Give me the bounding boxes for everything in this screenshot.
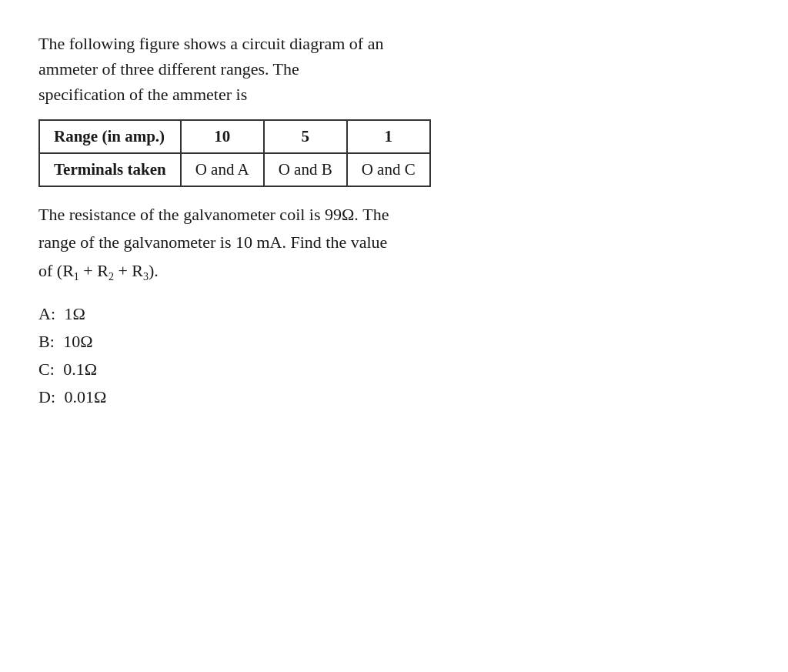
option-a: A: 1Ω (38, 304, 750, 324)
terminals-col2: O and B (264, 153, 347, 186)
option-b: B: 10Ω (38, 332, 750, 352)
intro-line2: ammeter of three different ranges. The (38, 59, 299, 79)
terminals-col1: O and A (181, 153, 264, 186)
option-d: D: 0.01Ω (38, 387, 750, 407)
intro-line3: specification of the ammeter is (38, 85, 247, 104)
terminals-col3: O and C (347, 153, 430, 186)
col-header-range: Range (in amp.) (39, 120, 181, 153)
option-c: C: 0.1Ω (38, 359, 750, 379)
option-d-value: 0.01Ω (65, 387, 107, 407)
description-paragraph: The resistance of the galvanometer coil … (38, 201, 750, 286)
option-a-label: A: (38, 304, 60, 324)
terminals-label: Terminals taken (39, 153, 181, 186)
col-header-1: 1 (347, 120, 430, 153)
option-d-label: D: (38, 387, 60, 407)
intro-line1: The following figure shows a circuit dia… (38, 34, 383, 53)
intro-paragraph: The following figure shows a circuit dia… (38, 31, 750, 107)
table-data-row: Terminals taken O and A O and B O and C (39, 153, 430, 186)
option-c-label: C: (38, 359, 58, 379)
specification-table: Range (in amp.) 10 5 1 Terminals taken O… (38, 119, 431, 187)
col-header-5: 5 (264, 120, 347, 153)
option-b-label: B: (38, 332, 58, 352)
option-b-value: 10Ω (63, 332, 92, 352)
col-header-10: 10 (181, 120, 264, 153)
options-list: A: 1Ω B: 10Ω C: 0.1Ω D: 0.01Ω (38, 304, 750, 407)
option-c-value: 0.1Ω (63, 359, 97, 379)
table-header-row: Range (in amp.) 10 5 1 (39, 120, 430, 153)
option-a-value: 1Ω (65, 304, 85, 324)
